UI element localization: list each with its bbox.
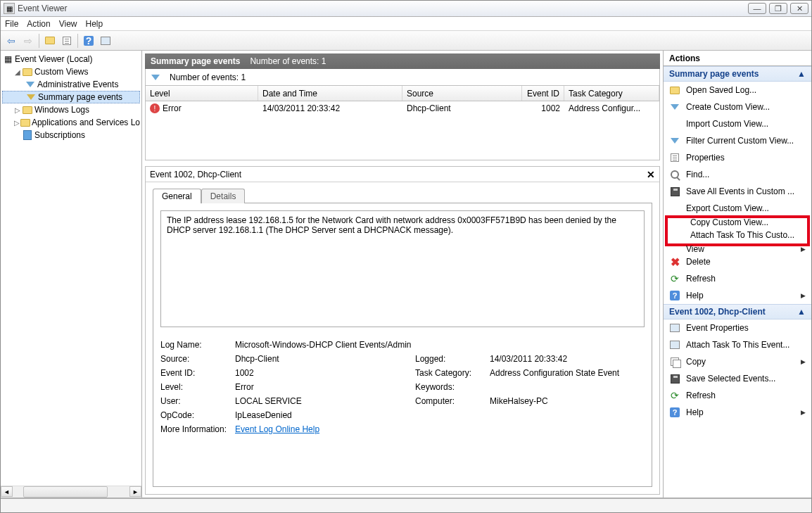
app-icon: ▦ — [4, 3, 15, 14]
menu-action[interactable]: Action — [27, 19, 50, 29]
action-refresh-event[interactable]: ⟳Refresh — [664, 387, 811, 404]
tree-admin-events[interactable]: Administrative Events — [2, 78, 140, 91]
center-header-title: Summary page events — [151, 56, 240, 66]
tab-general[interactable]: General — [153, 189, 201, 203]
actions-header: Actions — [664, 51, 811, 66]
actions-section-event[interactable]: Event 1002, Dhcp-Client▲ — [664, 304, 811, 319]
tree-summary-page-events[interactable]: Summary page events — [2, 91, 140, 103]
filter-bar: Number of events: 1 — [145, 69, 660, 86]
filter-icon — [669, 101, 680, 113]
action-event-properties[interactable]: Event Properties — [664, 319, 811, 336]
label-task-category: Task Category: — [415, 368, 486, 378]
highlighted-region: Copy Custom View... Attach Task To This … — [665, 215, 810, 246]
tab-details[interactable]: Details — [201, 189, 246, 203]
action-properties[interactable]: Properties — [664, 149, 811, 166]
action-copy[interactable]: Copy — [664, 353, 811, 370]
collapse-icon: ▲ — [797, 69, 806, 79]
label-user: User: — [160, 396, 231, 406]
actions-pane: Actions Summary page events▲ Open Saved … — [663, 51, 811, 498]
scroll-thumb[interactable] — [23, 486, 108, 498]
menu-help[interactable]: Help — [86, 19, 103, 29]
action-view[interactable]: View — [664, 245, 811, 253]
menu-file[interactable]: File — [5, 19, 18, 29]
action-save-all-events[interactable]: Save All Events in Custom ... — [664, 183, 811, 200]
scroll-right-button[interactable]: ► — [129, 486, 141, 497]
action-export-custom-view[interactable]: Export Custom View... — [664, 200, 811, 217]
grid-row[interactable]: !Error 14/03/2011 20:33:42 Dhcp-Client 1… — [146, 101, 659, 115]
minimize-button[interactable]: — — [748, 3, 766, 14]
col-task[interactable]: Task Category — [564, 86, 659, 101]
action-attach-task-event[interactable]: Attach Task To This Event... — [664, 336, 811, 353]
tree-custom-views[interactable]: ◢ Custom Views — [2, 65, 140, 78]
value-keywords — [490, 382, 652, 392]
event-log-online-help-link[interactable]: Event Log Online Help — [235, 424, 319, 434]
copy-icon — [669, 356, 680, 367]
scroll-track[interactable] — [13, 486, 129, 498]
subscriptions-icon — [22, 129, 33, 141]
action-refresh[interactable]: ⟳Refresh — [664, 270, 811, 287]
refresh-icon: ⟳ — [669, 390, 680, 401]
detail-title-text: Event 1002, Dhcp-Client — [150, 170, 241, 179]
label-level: Level: — [160, 382, 231, 392]
value-log-name: Microsoft-Windows-DHCP Client Events/Adm… — [235, 340, 652, 350]
scroll-left-button[interactable]: ◄ — [1, 486, 13, 497]
label-computer: Computer: — [415, 396, 486, 406]
actions-section-custom-view[interactable]: Summary page events▲ — [664, 66, 811, 82]
action-import-custom-view[interactable]: Import Custom View... — [664, 115, 811, 132]
event-message: The IP address lease 192.168.1.5 for the… — [160, 210, 645, 327]
error-icon: ! — [150, 103, 160, 113]
col-date[interactable]: Date and Time — [258, 86, 402, 101]
center-header: Summary page events Number of events: 1 — [145, 53, 660, 69]
eventviewer-icon: ▦ — [2, 53, 13, 65]
action-attach-task-custom-view[interactable]: Attach Task To This Custo... — [668, 227, 807, 243]
tree-root[interactable]: ▦ Event Viewer (Local) — [2, 53, 140, 65]
label-logged: Logged: — [415, 354, 486, 364]
value-task-category: Address Configuration State Event — [490, 368, 652, 378]
close-button[interactable]: ✕ — [790, 3, 808, 14]
col-source[interactable]: Source — [402, 86, 522, 101]
action-create-custom-view[interactable]: Create Custom View... — [664, 99, 811, 115]
value-event-id: 1002 — [235, 368, 411, 378]
help-button[interactable]: ? — [81, 33, 96, 49]
filter-icon — [25, 91, 37, 103]
toolbar-separator — [39, 34, 39, 48]
menubar: File Action View Help — [1, 17, 811, 31]
action-filter-custom-view[interactable]: Filter Current Custom View... — [664, 132, 811, 149]
properties-button[interactable] — [59, 33, 75, 49]
label-more-info: More Information: — [160, 424, 231, 434]
action-help[interactable]: ?Help — [664, 287, 811, 304]
tree-apps-services[interactable]: ▷ Applications and Services Lo — [2, 116, 140, 129]
expand-icon[interactable]: ▷ — [13, 106, 22, 114]
action-copy-custom-view[interactable]: Copy Custom View... — [668, 218, 807, 227]
find-icon — [669, 169, 680, 180]
col-eventid[interactable]: Event ID — [522, 86, 564, 101]
nav-back-button[interactable]: ⇦ — [4, 33, 19, 49]
event-properties-grid: Log Name: Microsoft-Windows-DHCP Client … — [160, 340, 645, 434]
preview-button[interactable] — [98, 33, 113, 49]
action-delete[interactable]: ✖Delete — [664, 253, 811, 270]
collapse-icon[interactable]: ◢ — [13, 68, 22, 76]
tree-subscriptions[interactable]: Subscriptions — [2, 129, 140, 141]
save-icon — [669, 373, 680, 384]
toolbar: ⇦ ⇨ ? — [1, 31, 811, 51]
maximize-button[interactable]: ❐ — [769, 3, 787, 14]
nav-forward-button[interactable]: ⇨ — [20, 33, 36, 49]
event-detail-pane: Event 1002, Dhcp-Client ✕ General Detail… — [145, 166, 660, 495]
tree-horizontal-scrollbar[interactable]: ◄ ► — [1, 486, 141, 498]
filter-icon[interactable] — [150, 72, 161, 83]
action-open-saved-log[interactable]: Open Saved Log... — [664, 82, 811, 99]
filter-count: Number of events: 1 — [170, 72, 246, 82]
detail-close-button[interactable]: ✕ — [647, 169, 655, 180]
tree-windows-logs[interactable]: ▷ Windows Logs — [2, 103, 140, 116]
menu-view[interactable]: View — [59, 19, 77, 29]
tab-general-body: The IP address lease 192.168.1.5 for the… — [153, 203, 652, 487]
detail-tabs: General Details — [146, 182, 659, 203]
task-icon — [669, 339, 680, 350]
show-tree-button[interactable] — [42, 33, 58, 49]
folder-icon — [20, 117, 30, 128]
action-help-event[interactable]: ?Help — [664, 404, 811, 421]
col-level[interactable]: Level — [146, 86, 258, 101]
action-find[interactable]: Find... — [664, 166, 811, 183]
action-save-selected-events[interactable]: Save Selected Events... — [664, 370, 811, 387]
expand-icon[interactable]: ▷ — [13, 119, 20, 127]
